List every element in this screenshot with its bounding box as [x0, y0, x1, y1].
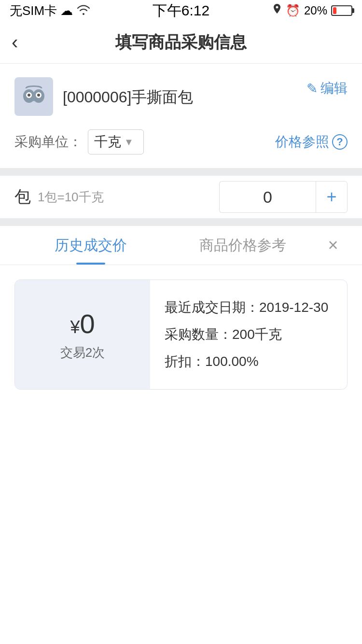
quantity-right: 0 +	[219, 181, 348, 213]
plus-icon: +	[326, 187, 336, 207]
edit-icon: ✎	[306, 81, 318, 97]
carrier-text: 无SIM卡 ☁	[10, 2, 73, 19]
tabs-row: 历史成交价 商品价格参考 ×	[0, 226, 362, 265]
quantity-detail-value: 200千克	[232, 327, 282, 342]
history-price-card: ¥0 交易2次 最近成交日期：2019-12-30 采购数量：200千克 折扣：…	[14, 280, 348, 390]
history-quantity-row: 采购数量：200千克	[165, 324, 333, 345]
unit-label: 采购单位：	[14, 133, 82, 151]
unit-value: 千克	[94, 133, 121, 151]
price-ref-label: 价格参照	[275, 133, 329, 151]
product-logo-icon	[19, 83, 48, 111]
quantity-row: 包 1包=10千克 0 +	[0, 176, 362, 218]
page-bottom-whitespace	[0, 404, 362, 644]
wifi-icon	[77, 3, 90, 18]
close-icon: ×	[328, 235, 338, 255]
history-price-value: ¥0	[70, 308, 95, 339]
product-thumbnail	[14, 77, 53, 116]
product-header: [0000006]手撕面包 ✎ 编辑	[14, 77, 348, 116]
edit-label: 编辑	[320, 79, 348, 98]
tab-price-ref-label: 商品价格参考	[199, 236, 286, 255]
history-discount-row: 折扣：100.00%	[165, 351, 333, 372]
status-time: 下午6:12	[153, 1, 209, 21]
history-price-left: ¥0 交易2次	[15, 280, 150, 389]
nav-bar: ‹ 填写商品采购信息	[0, 21, 362, 64]
battery-percent: 20%	[304, 4, 327, 17]
back-button[interactable]: ‹	[12, 31, 18, 53]
product-left: [0000006]手撕面包	[14, 77, 193, 116]
location-icon	[272, 4, 282, 17]
history-price-right: 最近成交日期：2019-12-30 采购数量：200千克 折扣：100.00%	[150, 280, 347, 389]
price-number: 0	[80, 308, 95, 339]
date-value: 2019-12-30	[259, 300, 328, 315]
date-label: 最近成交日期：	[165, 300, 259, 315]
page-title: 填写商品采购信息	[115, 31, 247, 54]
section-divider	[0, 168, 362, 176]
quantity-left: 包 1包=10千克	[14, 186, 104, 208]
status-bar: 无SIM卡 ☁ 下午6:12 ⏰ 20%	[0, 0, 362, 21]
dropdown-arrow-icon: ▼	[124, 137, 134, 148]
product-card: [0000006]手撕面包 ✎ 编辑 采购单位： 千克 ▼ 价格参照 ?	[0, 64, 362, 168]
svg-point-5	[37, 94, 40, 97]
discount-value: 100.00%	[205, 354, 259, 369]
tab-close-button[interactable]: ×	[319, 226, 348, 265]
edit-button[interactable]: ✎ 编辑	[306, 77, 348, 98]
price-reference-button[interactable]: 价格参照 ?	[275, 133, 348, 151]
tab-product-price-ref[interactable]: 商品价格参考	[167, 226, 319, 265]
svg-point-4	[28, 94, 30, 97]
product-unit-row: 采购单位： 千克 ▼ 价格参照 ?	[14, 129, 348, 154]
quantity-detail-label: 采购数量：	[165, 327, 232, 342]
info-icon: ?	[332, 134, 348, 150]
unit-select-dropdown[interactable]: 千克 ▼	[88, 129, 144, 154]
unit-left: 采购单位： 千克 ▼	[14, 129, 144, 154]
quantity-value: 0	[263, 188, 272, 207]
section-divider-2	[0, 218, 362, 226]
history-trades-count: 交易2次	[60, 344, 105, 361]
product-name: [0000006]手撕面包	[63, 85, 193, 108]
package-unit-info: 1包=10千克	[38, 189, 104, 206]
status-left: 无SIM卡 ☁	[10, 2, 90, 19]
discount-label: 折扣：	[165, 354, 205, 369]
quantity-increment-button[interactable]: +	[316, 181, 348, 213]
history-date-row: 最近成交日期：2019-12-30	[165, 297, 333, 318]
quantity-input[interactable]: 0	[219, 181, 316, 213]
status-right: ⏰ 20%	[272, 4, 352, 17]
battery-icon	[331, 5, 352, 16]
package-label: 包	[14, 186, 31, 208]
bottom-panel: 历史成交价 商品价格参考 × ¥0 交易2次 最近成交日期：2019-12-30…	[0, 226, 362, 404]
tab-content-history: ¥0 交易2次 最近成交日期：2019-12-30 采购数量：200千克 折扣：…	[0, 265, 362, 404]
alarm-icon: ⏰	[286, 4, 300, 17]
tab-history-price[interactable]: 历史成交价	[14, 226, 167, 265]
tab-history-label: 历史成交价	[55, 236, 127, 255]
currency-symbol: ¥	[70, 317, 80, 337]
